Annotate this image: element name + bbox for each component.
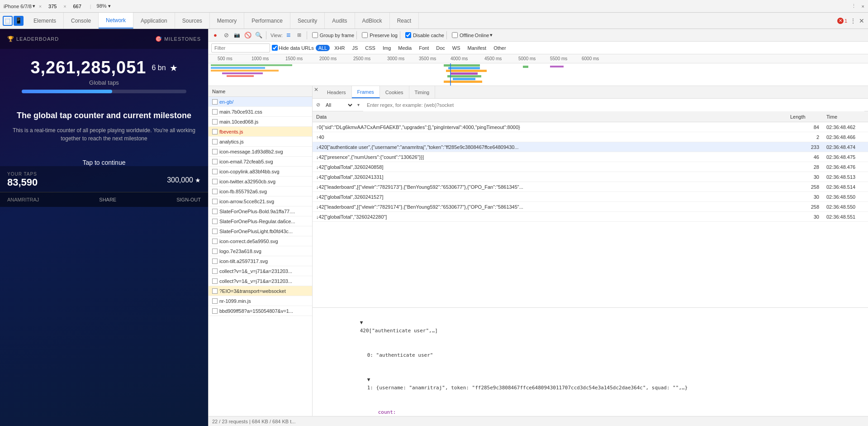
search-btn[interactable]: 🔍 <box>254 30 264 40</box>
stop-btn[interactable]: ⊘ <box>221 30 231 40</box>
filter-tag-other[interactable]: Other <box>491 45 509 51</box>
frame-detail-expand-icon[interactable]: ▼ <box>360 320 366 325</box>
width-input[interactable] <box>45 4 60 9</box>
file-checkbox-nr[interactable] <box>212 298 218 304</box>
signout-button[interactable]: SIGN-OUT <box>176 197 201 202</box>
data-row-1[interactable]: ↑40 2 02:36:48.466 <box>313 132 868 142</box>
file-item-nr[interactable]: nr-1099.min.js <box>209 296 312 306</box>
file-checkbox-analytics[interactable] <box>212 139 218 144</box>
file-checkbox-collect-1[interactable] <box>212 268 218 274</box>
disable-cache-checkbox[interactable] <box>405 32 411 38</box>
file-item-icon-copylink[interactable]: icon-copylink.a83bf4bb.svg <box>209 167 312 177</box>
file-item-en-gb[interactable]: en-gb/ <box>209 97 312 107</box>
clear-btn[interactable]: 🚫 <box>243 30 253 40</box>
filter-tag-js[interactable]: JS <box>349 45 360 51</box>
list-view-btn[interactable]: ≡ <box>284 30 294 40</box>
record-btn[interactable]: ● <box>210 30 220 40</box>
file-item-slate-light[interactable]: SlateForOnePlusLight.fb0fd43c... <box>209 226 312 236</box>
file-item-icon-correct[interactable]: icon-correct.de5a9950.svg <box>209 236 312 246</box>
filter-tag-ws[interactable]: WS <box>450 45 463 51</box>
filter-tag-css[interactable]: CSS <box>362 45 378 51</box>
milestones-nav[interactable]: 🎯 MILESTONES <box>155 36 201 42</box>
file-checkbox-en-gb[interactable] <box>212 99 218 105</box>
tab-sources[interactable]: Sources <box>175 13 210 29</box>
file-item-logo[interactable]: logo.7e23a618.svg <box>209 246 312 256</box>
tab-performance[interactable]: Performance <box>244 13 290 29</box>
mobile-icon[interactable]: 📱 <box>14 16 24 26</box>
file-checkbox-icon-fb[interactable] <box>212 189 218 194</box>
frame-detail-item1-expand[interactable]: ▼ <box>367 377 373 383</box>
data-row-2[interactable]: ↓420["authenticate user",{"username":"an… <box>313 142 868 152</box>
sub-tabs-close-btn[interactable]: ✕ <box>313 86 320 93</box>
file-checkbox-collect-2[interactable] <box>212 278 218 284</box>
data-row-4[interactable]: ↓42["globalTotal",3260240858] 28 02:36:4… <box>313 162 868 172</box>
filter-tag-xhr[interactable]: XHR <box>332 45 347 51</box>
close-devtools-btn[interactable]: ✕ <box>859 17 864 24</box>
file-checkbox-logo[interactable] <box>212 249 218 254</box>
throttle-dropdown[interactable]: Online ▾ <box>475 32 493 38</box>
preserve-log-checkbox[interactable] <box>362 32 368 38</box>
data-row-0[interactable]: ↑0{"sid":"DLg6kmvAA7CxAmF6AEKB","upgrade… <box>313 122 868 132</box>
tab-elements[interactable]: Elements <box>26 13 64 29</box>
camera-btn[interactable]: 📷 <box>232 30 242 40</box>
sub-tab-headers[interactable]: Headers <box>322 86 352 98</box>
file-checkbox-icon-arrow[interactable] <box>212 199 218 204</box>
sub-tab-timing[interactable]: Timing <box>409 86 436 98</box>
file-item-collect-1[interactable]: collect?v=1&_v=j71&a=231203... <box>209 266 312 276</box>
offline-checkbox-group[interactable]: Offline <box>452 32 474 38</box>
file-checkbox-icon-correct[interactable] <box>212 239 218 244</box>
more-options-btn[interactable]: ⋮ <box>851 3 856 9</box>
file-item-main-css[interactable]: main.7b0ce931.css <box>209 107 312 117</box>
data-row-9[interactable]: ↓42["globalTotal","3260242280"] 30 02:36… <box>313 212 868 222</box>
waterfall-view-btn[interactable]: ⊞ <box>294 30 304 40</box>
tab-adblock[interactable]: AdBlock <box>355 13 390 29</box>
file-checkbox-main-css[interactable] <box>212 109 218 115</box>
data-row-6[interactable]: ↓42["leaderboard",[{"vlewir":"7829173"},… <box>313 182 868 192</box>
tab-application[interactable]: Application <box>133 13 175 29</box>
group-by-frame-checkbox-group[interactable]: Group by frame <box>312 32 354 38</box>
file-checkbox-icon-tilt[interactable] <box>212 258 218 264</box>
file-checkbox-icon-email[interactable] <box>212 159 218 164</box>
file-item-fbevents[interactable]: fbevents.js <box>209 127 312 137</box>
data-row-7[interactable]: ↓42["globalTotal",3260241527] 30 02:36:4… <box>313 192 868 202</box>
sub-tab-cookies[interactable]: Cookies <box>380 86 409 98</box>
preserve-log-checkbox-group[interactable]: Preserve log <box>362 32 398 38</box>
filter-tag-font[interactable]: Font <box>416 45 432 51</box>
device-selector[interactable]: iPhone 6/7/8 ▾ <box>4 3 35 9</box>
file-item-slate-bold[interactable]: SlateForOnePlus-Bold.9a1ffa77.... <box>209 206 312 216</box>
hide-data-urls-checkbox[interactable] <box>272 45 278 51</box>
height-input[interactable] <box>70 4 85 9</box>
file-item-analytics[interactable]: analytics.js <box>209 137 312 147</box>
file-item-main-js[interactable]: main.10ced068.js <box>209 117 312 127</box>
tab-security[interactable]: Security <box>290 13 325 29</box>
file-item-icon-twitter[interactable]: icon-twitter.a32950cb.svg <box>209 177 312 187</box>
file-checkbox-icon-message[interactable] <box>212 149 218 154</box>
file-checkbox-icon-copylink[interactable] <box>212 169 218 174</box>
file-checkbox-slate-bold[interactable] <box>212 209 218 214</box>
group-by-frame-checkbox[interactable] <box>312 32 318 38</box>
tab-network[interactable]: Network <box>99 13 133 29</box>
file-item-icon-email[interactable]: icon-email.72cfeab5.svg <box>209 157 312 167</box>
file-checkbox-bbd[interactable] <box>212 308 218 314</box>
file-checkbox-websocket[interactable] <box>212 288 218 294</box>
tab-audits[interactable]: Audits <box>325 13 355 29</box>
file-checkbox-main-js[interactable] <box>212 119 218 124</box>
hide-data-urls-group[interactable]: Hide data URLs <box>272 45 314 51</box>
data-row-8[interactable]: ↓42["leaderboard",[{"vlewir":"7829174"},… <box>313 202 868 212</box>
offline-checkbox[interactable] <box>452 32 458 38</box>
tab-react[interactable]: React <box>390 13 419 29</box>
data-row-3[interactable]: ↓42["presence",{"numUsers":{"count":"130… <box>313 152 868 162</box>
tab-console[interactable]: Console <box>64 13 99 29</box>
filter-input[interactable] <box>211 43 270 53</box>
filter-tag-manifest[interactable]: Manifest <box>465 45 489 51</box>
more-tabs-btn[interactable]: ⋮ <box>850 17 856 24</box>
filter-tag-all[interactable]: ALL <box>316 45 330 51</box>
inspect-icon[interactable]: ⬚ <box>3 16 13 26</box>
sub-tab-frames[interactable]: Frames <box>352 86 380 98</box>
tab-memory[interactable]: Memory <box>210 13 244 29</box>
leaderboard-nav[interactable]: 🏆 LEADERBOARD <box>7 36 59 42</box>
share-button[interactable]: SHARE <box>99 197 116 202</box>
file-item-collect-2[interactable]: collect?v=1&_v=j71&a=231203... <box>209 276 312 286</box>
filter-tag-img[interactable]: Img <box>380 45 394 51</box>
tap-continue-btn[interactable]: Tap to continue <box>83 159 126 166</box>
